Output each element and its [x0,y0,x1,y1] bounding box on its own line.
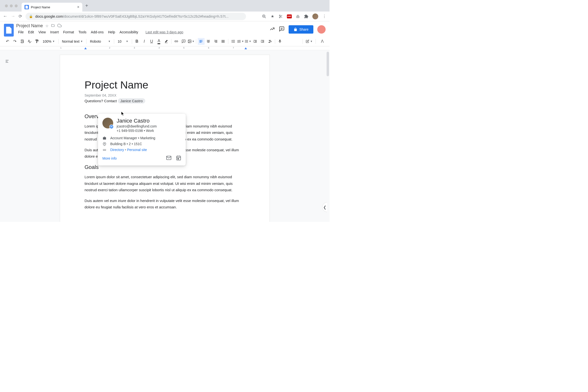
docs-header: Project Name ☆ File Edit View Insert For… [0,21,329,36]
close-window[interactable] [5,4,8,7]
menu-bar: File Edit View Insert Format Tools Add-o… [16,29,267,35]
docs-logo[interactable] [4,24,14,36]
minimize-window[interactable] [10,4,13,7]
align-right-button[interactable] [212,38,219,45]
contact-line[interactable]: Questions? Contact Janice Castro [84,98,245,104]
style-select[interactable]: Normal text▼ [60,40,85,44]
document-heading[interactable]: Project Name [84,79,245,91]
spellcheck-button[interactable] [26,38,33,45]
line-spacing-button[interactable] [230,38,237,45]
extensions-icon[interactable] [304,14,308,19]
formatting-toolbar: ↶ ↷ 100%▼ Normal text▼ Roboto▼ 10▼ B I U… [0,36,329,46]
align-justify-button[interactable] [220,38,227,45]
menu-edit[interactable]: Edit [26,29,36,35]
share-button[interactable]: Share [289,25,313,34]
ruler-tick: 5 [183,46,185,49]
new-tab-button[interactable]: + [82,3,91,8]
indent-increase-button[interactable] [259,38,266,45]
menu-format[interactable]: Format [61,29,76,35]
menu-file[interactable]: File [16,29,26,35]
menu-tools[interactable]: Tools [76,29,88,35]
svg-point-18 [245,41,246,42]
document-page[interactable]: Project Name September 04, 20XX Question… [60,55,270,222]
ruler-tick: 1 [60,46,61,49]
close-tab-icon[interactable]: × [77,5,79,9]
italic-button[interactable]: I [141,38,148,45]
menu-accessibility[interactable]: Accessibility [118,29,140,35]
indent-marker-left[interactable] [84,47,87,49]
body-paragraph[interactable]: Lorem ipsum dolor sit amet, consectetuer… [84,174,245,193]
svg-rect-12 [21,42,23,43]
back-button[interactable]: ← [3,14,7,19]
indent-marker-right[interactable] [245,47,247,49]
underline-button[interactable]: U [148,38,155,45]
show-outline-button[interactable] [5,59,9,64]
print-button[interactable] [19,38,25,45]
contact-smart-chip[interactable]: Janice Castro [118,98,145,104]
collapse-toolbar-button[interactable]: ᐱ [319,38,326,45]
url-text: docs.google.com/document/d/1olcn-5f897wu… [35,14,229,18]
document-date[interactable]: September 04, 20XX [84,94,245,97]
add-comment-button[interactable] [180,38,187,45]
svg-line-7 [281,17,282,18]
bold-button[interactable]: B [134,38,140,45]
font-select[interactable]: Roboto▼ [88,40,112,44]
browser-menu-icon[interactable]: ⋮ [322,14,326,19]
scissors-icon[interactable] [279,14,283,19]
browser-profile-avatar[interactable] [312,14,318,19]
clear-formatting-button[interactable] [267,38,274,45]
share-label: Share [299,28,308,32]
paint-format-button[interactable] [33,38,40,45]
comment-history-icon[interactable] [279,26,285,33]
highlight-button[interactable] [163,38,170,45]
redo-button[interactable]: ↷ [11,38,18,45]
abp-extension-icon[interactable]: ABP [287,14,292,18]
send-email-icon[interactable] [166,155,172,162]
checklist-button[interactable]: ▼ [237,38,244,45]
link-icon [102,148,106,152]
address-bar[interactable]: 🔒 docs.google.com/document/d/1olcn-5f897… [25,13,246,20]
zoom-select[interactable]: 100%▼ [41,40,57,44]
star-document-icon[interactable]: ☆ [45,24,48,28]
more-info-link[interactable]: More info [102,156,117,160]
docs-favicon [24,5,29,9]
indent-decrease-button[interactable] [252,38,259,45]
undo-button[interactable]: ↶ [4,38,11,45]
cloud-status-icon[interactable] [57,23,62,28]
menu-insert[interactable]: Insert [48,29,61,35]
window-controls [2,4,20,7]
contact-card-phone: +1 949-555-0198 • Work [117,129,157,133]
last-edit-link[interactable]: Last edit was 3 days ago [146,30,183,34]
maximize-window[interactable] [15,4,18,7]
personal-site-link[interactable]: Personal site [127,148,147,152]
voice-typing-button[interactable] [277,38,284,45]
align-left-button[interactable] [198,38,205,45]
font-size-select[interactable]: 10▼ [116,40,130,44]
text-color-button[interactable]: A [156,38,162,45]
account-avatar[interactable] [317,25,326,34]
menu-addons[interactable]: Add-ons [89,29,106,35]
drive-extension-icon[interactable] [296,14,300,19]
menu-help[interactable]: Help [106,29,117,35]
body-paragraph[interactable]: Duis autem vel eum iriure dolor in hendr… [84,198,245,210]
link-button[interactable] [173,38,180,45]
move-document-icon[interactable] [51,24,55,28]
insert-image-button[interactable]: ▼ [188,38,195,45]
schedule-event-icon[interactable] [176,155,181,162]
directory-link[interactable]: Directory [110,148,124,152]
tab-title: Project Name [31,6,75,9]
document-title[interactable]: Project Name [16,23,43,28]
browser-tab[interactable]: Project Name × [21,3,82,12]
vertical-scrollbar[interactable] [326,52,329,76]
align-center-button[interactable] [205,38,212,45]
horizontal-ruler[interactable]: 1 2 3 4 5 6 7 [0,46,329,50]
forward-button[interactable]: → [11,14,15,19]
star-icon[interactable]: ★ [270,14,275,19]
menu-view[interactable]: View [36,29,48,35]
reload-button[interactable]: ⟳ [19,14,22,19]
explore-collapse-button[interactable]: ❮ [322,202,327,212]
activity-icon[interactable] [270,26,275,32]
zoom-icon[interactable] [262,14,266,19]
editing-mode-button[interactable]: ▼ [306,38,313,45]
bullet-list-button[interactable]: ▼ [245,38,251,45]
